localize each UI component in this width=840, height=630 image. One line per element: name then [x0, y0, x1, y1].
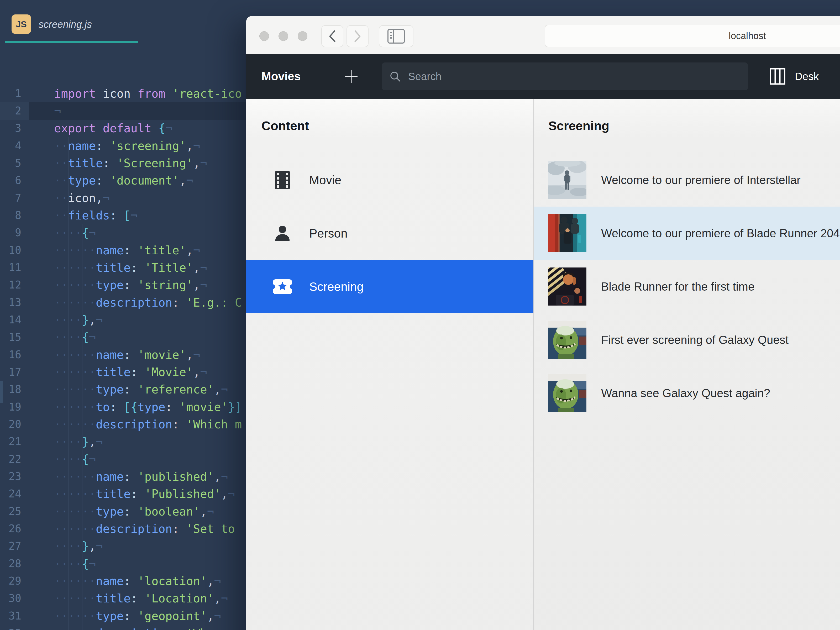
desk-label: Desk	[795, 71, 819, 82]
galaxyquest-poster-thumbnail	[548, 321, 586, 359]
line-number: 26	[0, 520, 21, 538]
interstellar-poster-thumbnail	[548, 161, 586, 199]
content-pane: Content MoviePersonScreening	[246, 99, 534, 630]
documents-pane-heading: Screening	[548, 118, 609, 133]
line-number: 19	[0, 398, 21, 416]
bladerunner2049-poster-thumbnail	[548, 214, 586, 252]
documents-pane: Screening Welcome to our premiere of Int…	[534, 99, 840, 630]
content-pane-heading: Content	[261, 118, 309, 133]
traffic-light-close[interactable]	[259, 31, 269, 41]
document-title: Blade Runner for the first time	[601, 280, 755, 293]
movie-icon	[273, 171, 292, 189]
line-number: 12	[0, 276, 21, 294]
line-number: 5	[0, 154, 21, 172]
content-type-item-person[interactable]: Person	[246, 207, 534, 260]
forward-icon	[353, 29, 362, 43]
screen: JS screening.js 1import icon from 'react…	[0, 0, 840, 630]
line-number: 16	[0, 346, 21, 363]
line-number: 14	[0, 311, 21, 328]
document-list-item[interactable]: Wanna see Galaxy Quest again?	[534, 366, 840, 420]
line-number: 24	[0, 485, 21, 503]
bladerunner-poster-thumbnail	[548, 267, 586, 306]
line-number: 28	[0, 555, 21, 573]
document-title: Wanna see Galaxy Quest again?	[601, 387, 770, 400]
forward-button[interactable]	[346, 25, 369, 47]
galaxyquest-poster-thumbnail	[548, 374, 586, 412]
create-new-button[interactable]	[344, 69, 358, 84]
document-list-item[interactable]: First ever screening of Galaxy Quest	[534, 313, 840, 366]
document-title: First ever screening of Galaxy Quest	[601, 333, 789, 346]
plus-icon	[344, 69, 358, 83]
line-number: 6	[0, 172, 21, 189]
content-type-label: Screening	[309, 279, 363, 294]
search-field[interactable]	[382, 63, 748, 90]
person-icon	[273, 225, 292, 242]
back-icon	[328, 29, 337, 43]
content-type-item-screening[interactable]: Screening	[246, 260, 534, 313]
traffic-light-minimize[interactable]	[278, 31, 288, 41]
document-items: Welcome to our premiere of InterstellarW…	[534, 153, 840, 420]
traffic-light-zoom[interactable]	[298, 31, 307, 41]
content-items: MoviePersonScreening	[246, 153, 534, 313]
line-number: 9	[0, 224, 21, 242]
line-number: 3	[0, 120, 21, 137]
line-number: 31	[0, 607, 21, 625]
line-number: 20	[0, 415, 21, 433]
desk-columns-icon	[770, 68, 785, 85]
line-number: 30	[0, 590, 21, 607]
line-number: 18	[0, 381, 21, 398]
ticket-icon	[273, 278, 292, 295]
sidebar-toggle-button[interactable]	[379, 25, 414, 47]
sidebar-icon	[387, 29, 405, 44]
document-title: Welcome to our premiere of Blade Runner …	[601, 227, 840, 240]
document-list-item[interactable]: Welcome to our premiere of Interstellar	[534, 153, 840, 207]
line-number: 17	[0, 363, 21, 381]
line-number: 32	[0, 624, 21, 630]
document-title: Welcome to our premiere of Interstellar	[601, 174, 801, 186]
active-tab-indicator	[5, 41, 138, 43]
content-type-item-movie[interactable]: Movie	[246, 153, 534, 207]
search-input[interactable]	[408, 70, 741, 83]
document-list-item[interactable]: Blade Runner for the first time	[534, 260, 840, 313]
line-number: 11	[0, 259, 21, 276]
line-number: 1	[0, 85, 21, 103]
js-file-icon: JS	[11, 14, 31, 34]
editor-tab-filename: screening.js	[39, 19, 92, 30]
line-number: 27	[0, 537, 21, 555]
line-number: 13	[0, 294, 21, 311]
browser-window: localhost Movies Desk Content MoviePerso…	[246, 16, 840, 630]
line-number: 22	[0, 450, 21, 468]
address-bar[interactable]: localhost	[545, 25, 840, 47]
line-number: 7	[0, 189, 21, 207]
line-number: 15	[0, 328, 21, 346]
line-number: 10	[0, 242, 21, 259]
line-number: 4	[0, 137, 21, 155]
line-number: 23	[0, 468, 21, 485]
content-type-label: Person	[309, 226, 347, 240]
desk-tool-button[interactable]: Desk	[770, 54, 819, 99]
line-number: 8	[0, 207, 21, 224]
browser-toolbar: localhost	[246, 16, 840, 54]
line-number: 25	[0, 503, 21, 520]
content-type-label: Movie	[309, 173, 341, 187]
document-list-item[interactable]: Welcome to our premiere of Blade Runner …	[534, 207, 840, 260]
back-button[interactable]	[321, 25, 343, 47]
line-number: 21	[0, 433, 21, 450]
project-title: Movies	[261, 54, 300, 99]
line-number: 29	[0, 572, 21, 590]
line-number: 2	[0, 102, 21, 120]
search-icon	[389, 71, 401, 82]
studio-header: Movies Desk	[246, 54, 840, 99]
